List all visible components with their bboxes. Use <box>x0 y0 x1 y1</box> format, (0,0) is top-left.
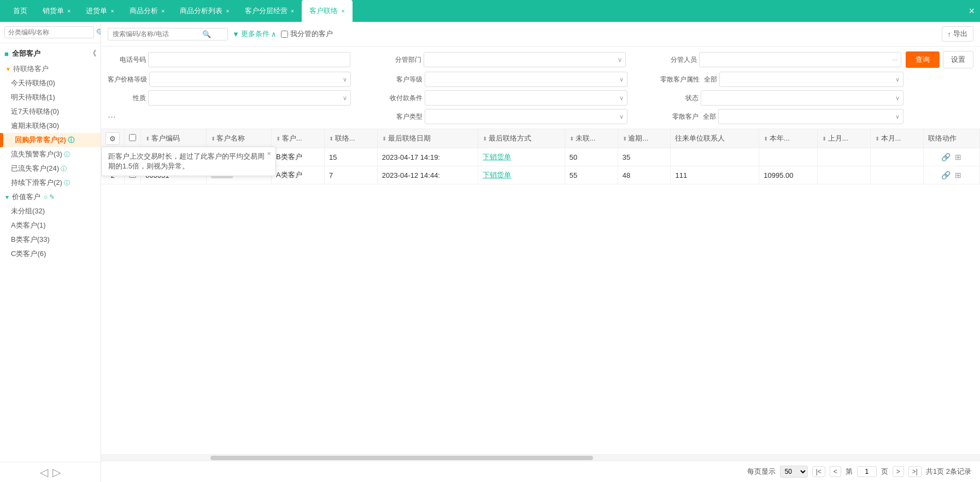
value-section-edit-icon[interactable]: ○ ✎ <box>44 193 55 201</box>
nav-purchase-order[interactable]: 进货单 × <box>78 0 121 22</box>
settings-icon[interactable]: ⚙ <box>105 132 120 145</box>
sidebar-tree: ■ 全部客户 《 ▼ 待联络客户 今天待联络(0) 明天待联络(1) 近7天待联… <box>0 43 101 462</box>
filter-status: 状态 ∨ <box>660 90 903 106</box>
col-customer-code[interactable]: 客户编码 <box>141 129 207 148</box>
query-button[interactable]: 查询 <box>906 51 940 68</box>
sidebar-expand-icon[interactable]: ▷ <box>52 466 61 479</box>
dept-select[interactable]: ∨ <box>424 52 626 67</box>
col-settings[interactable]: ⚙ <box>101 129 125 148</box>
close-icon[interactable]: × <box>226 0 229 22</box>
close-icon[interactable]: × <box>161 0 165 22</box>
gender-select[interactable]: ∨ <box>148 90 351 106</box>
col-overdue[interactable]: 逾期... <box>618 129 671 148</box>
window-close-button[interactable]: × <box>969 5 975 17</box>
table-area: ⚙ 客户编码 客户名称 客户... <box>101 129 980 454</box>
person-select[interactable]: ··· <box>699 52 901 67</box>
customer-type-select[interactable]: ∨ <box>425 109 627 124</box>
chevron-up-icon: ∧ <box>271 30 277 38</box>
page-number-input[interactable] <box>857 466 877 477</box>
col-unlinkable[interactable]: 未联... <box>565 129 618 148</box>
sidebar-item-abnormal[interactable]: 回购异常客户(2) ⓘ <box>0 133 101 147</box>
nav-sales-order[interactable]: 销货单 × <box>35 0 78 22</box>
first-page-button[interactable]: |< <box>812 466 825 477</box>
link-icon-1[interactable]: 🔗 <box>941 153 950 161</box>
sidebar-value-section[interactable]: ▼ 价值客户 ○ ✎ <box>0 190 101 204</box>
contact-method-link-1[interactable]: 下销货单 <box>483 153 511 161</box>
col-contact-count[interactable]: 联络... <box>324 129 377 148</box>
cell-overdue-2: 48 <box>618 166 671 184</box>
sidebar-pending-section[interactable]: ▼ 待联络客户 <box>0 62 101 76</box>
cell-last-method-2: 下销货单 <box>478 166 565 184</box>
more-conditions-button[interactable]: ▼ 更多条件 ∧ <box>232 29 277 39</box>
nav-customer-tier[interactable]: 客户分层经营 × <box>237 0 302 22</box>
sidebar-item-class-b[interactable]: B类客户(33) <box>0 233 101 247</box>
lost-info-icon: ⓘ <box>61 165 67 172</box>
close-icon[interactable]: × <box>110 0 114 22</box>
my-customer-checkbox[interactable] <box>281 31 288 38</box>
link-icon-2[interactable]: 🔗 <box>941 171 950 179</box>
next-page-button[interactable]: > <box>893 466 904 477</box>
search-input[interactable] <box>113 30 200 38</box>
sidebar-item-loss-warning[interactable]: 流失预警客户(3) ⓘ <box>0 147 101 161</box>
grid-icon-1[interactable]: ⊞ <box>955 153 961 161</box>
filter-phone: 电话号码 <box>108 52 350 67</box>
filter-retail-customer: 零散客户 全部 ∨ <box>660 109 903 124</box>
contact-method-link-2[interactable]: 下销货单 <box>483 171 511 179</box>
nav-product-analysis-list[interactable]: 商品分析列表 × <box>172 0 237 22</box>
nav-customer-contact[interactable]: 客户联络 × <box>302 0 352 22</box>
col-this-month[interactable]: 本月... <box>870 129 923 148</box>
col-last-month[interactable]: 上月... <box>817 129 870 148</box>
phone-input[interactable] <box>148 52 350 67</box>
col-last-contact-date[interactable]: 最后联络日期 <box>377 129 478 148</box>
close-icon[interactable]: × <box>291 0 294 22</box>
col-last-contact-method[interactable]: 最后联络方式 <box>478 129 565 148</box>
scrollbar-thumb[interactable] <box>210 456 593 460</box>
cell-contact-count-1: 15 <box>324 148 377 166</box>
close-icon[interactable]: × <box>67 0 71 22</box>
sidebar-all-customers[interactable]: ■ 全部客户 《 <box>0 45 101 62</box>
col-customer-name[interactable]: 客户名称 <box>206 129 272 148</box>
sidebar-item-declining[interactable]: 持续下滑客户(2) ⓘ <box>0 176 101 190</box>
nav-product-analysis[interactable]: 商品分析 × <box>122 0 172 22</box>
more-filters-dots[interactable]: ··· <box>108 112 116 121</box>
cell-actions-2: 🔗 ⊞ <box>923 166 979 184</box>
col-this-year[interactable]: 本年... <box>759 129 818 148</box>
close-icon[interactable]: × <box>341 0 344 22</box>
sidebar-item-7days[interactable]: 近7天待联络(0) <box>0 104 101 119</box>
abnormal-info-icon: ⓘ <box>68 136 74 144</box>
select-all-checkbox[interactable] <box>129 134 136 141</box>
prev-page-button[interactable]: < <box>830 466 841 477</box>
sidebar-item-today[interactable]: 今天待联络(0) <box>0 76 101 90</box>
main-layout: 🔍 ■ 全部客户 《 ▼ 待联络客户 今天待联络(0) 明天待联络(1) 近7天… <box>0 22 980 482</box>
retail-attr-select[interactable]: ∨ <box>719 72 903 87</box>
horizontal-scrollbar[interactable] <box>101 454 980 461</box>
sidebar-item-overdue[interactable]: 逾期未联络(30) <box>0 119 101 133</box>
sidebar-item-lost[interactable]: 已流失客户(24) ⓘ <box>0 161 101 176</box>
sidebar-item-tomorrow[interactable]: 明天待联络(1) <box>0 90 101 104</box>
status-select[interactable]: ∨ <box>701 90 903 106</box>
row-action-group-2: 🔗 ⊞ <box>928 171 975 179</box>
sidebar-item-class-a[interactable]: A类客户(1) <box>0 218 101 233</box>
per-page-select[interactable]: 50 100 200 <box>780 466 808 478</box>
price-level-select[interactable]: ∨ <box>149 72 351 87</box>
customer-level-select[interactable]: ∨ <box>425 72 627 87</box>
retail-customer-select[interactable]: ∨ <box>718 109 903 124</box>
collapse-icon[interactable]: 《 <box>89 49 96 59</box>
sidebar-search-icon[interactable]: 🔍 <box>96 28 101 37</box>
sidebar-collapse-icon[interactable]: ◁ <box>40 466 48 479</box>
sidebar-search-input[interactable] <box>4 26 94 38</box>
col-customer-type[interactable]: 客户... <box>272 129 325 148</box>
sidebar-item-ungrouped[interactable]: 未分组(32) <box>0 204 101 218</box>
grid-icon-2[interactable]: ⊞ <box>955 171 961 179</box>
nav-home[interactable]: 首页 <box>5 0 35 22</box>
setting-button[interactable]: 设置 <box>943 51 973 68</box>
tooltip-close-icon[interactable]: × <box>267 149 271 158</box>
cell-last-month-1 <box>817 148 870 166</box>
last-page-button[interactable]: >| <box>908 466 922 477</box>
search-icon[interactable]: 🔍 <box>202 30 211 38</box>
sidebar-item-class-c[interactable]: C类客户(6) <box>0 247 101 261</box>
export-button[interactable]: ↑ 导出 <box>942 26 974 42</box>
payment-select[interactable]: ∨ <box>425 90 627 106</box>
filter-gender: 性质 ∨ <box>108 90 351 106</box>
col-contact-person: 往来单位联系人 <box>671 129 759 148</box>
